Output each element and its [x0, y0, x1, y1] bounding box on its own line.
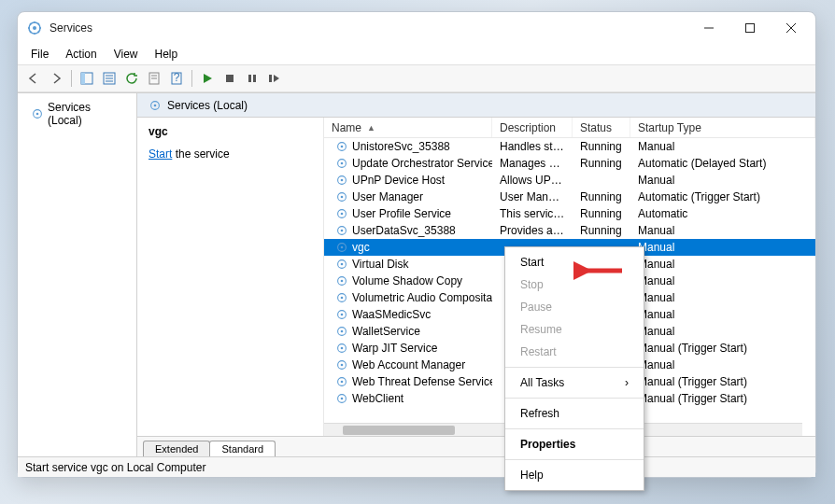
- ctx-sep: [505, 398, 644, 399]
- row-startup: Automatic: [630, 207, 815, 220]
- content: vgc Start the service Name▲ Description …: [137, 118, 815, 436]
- selected-service-name: vgc: [149, 125, 312, 138]
- row-name: Web Threat Defense Service: [352, 375, 492, 388]
- service-row[interactable]: UserDataSvc_35388Provides ap...RunningMa…: [324, 222, 815, 239]
- ctx-pause: Pause: [505, 296, 644, 318]
- row-name: WalletService: [352, 325, 420, 338]
- row-status: Running: [573, 207, 630, 220]
- row-name: Web Account Manager: [352, 358, 465, 371]
- annotation-arrow: [573, 261, 626, 280]
- titlebar[interactable]: Services: [18, 12, 815, 44]
- svg-point-22: [36, 113, 39, 116]
- svg-point-48: [341, 330, 344, 333]
- start-service-link[interactable]: Start: [149, 147, 172, 161]
- row-status: Running: [573, 190, 630, 203]
- row-status: Running: [573, 140, 630, 153]
- minimize-button[interactable]: [688, 15, 729, 41]
- col-name[interactable]: Name▲: [324, 118, 492, 137]
- context-menu: Start Stop Pause Resume Restart All Task…: [504, 246, 644, 491]
- right-header: Services (Local): [137, 93, 815, 118]
- forward-button[interactable]: [46, 68, 66, 89]
- export-button[interactable]: [99, 68, 120, 89]
- ctx-sep: [505, 367, 644, 368]
- gear-icon: [335, 140, 348, 153]
- start-service-button[interactable]: [197, 68, 218, 89]
- restart-service-button[interactable]: [264, 68, 285, 89]
- col-description[interactable]: Description: [492, 118, 573, 137]
- gear-icon: [335, 358, 348, 371]
- ctx-refresh[interactable]: Refresh: [505, 402, 644, 425]
- row-name: User Manager: [352, 190, 423, 203]
- ctx-restart: Restart: [505, 341, 644, 363]
- row-startup: Automatic (Trigger Start): [630, 190, 815, 203]
- scroll-thumb[interactable]: [343, 426, 455, 435]
- service-row[interactable]: UPnP Device HostAllows UPn...Manual: [324, 172, 815, 189]
- row-name: Update Orchestrator Service: [352, 157, 492, 170]
- svg-point-36: [341, 230, 344, 232]
- row-startup: Manual: [630, 224, 815, 237]
- close-button[interactable]: [771, 15, 812, 41]
- back-button[interactable]: [23, 68, 44, 89]
- svg-rect-3: [746, 24, 755, 33]
- gear-icon: [335, 291, 348, 304]
- pause-service-button[interactable]: [242, 68, 262, 89]
- ctx-properties[interactable]: Properties: [505, 433, 644, 455]
- detail-pane: vgc Start the service: [137, 118, 324, 436]
- row-startup: Manual: [630, 291, 815, 304]
- gear-icon: [335, 308, 348, 321]
- row-startup: Manual: [630, 258, 815, 271]
- service-row[interactable]: User ManagerUser Manag...RunningAutomati…: [324, 189, 815, 205]
- gear-icon: [335, 392, 348, 405]
- right-panel: Services (Local) vgc Start the service N…: [137, 93, 815, 456]
- row-startup: Automatic (Delayed Start): [630, 157, 815, 170]
- sort-asc-icon: ▲: [367, 123, 375, 133]
- row-name: Virtual Disk: [352, 258, 408, 271]
- svg-point-54: [341, 381, 344, 384]
- row-status: Running: [573, 157, 630, 170]
- toolbar-sep: [191, 70, 192, 87]
- row-name: WaaSMedicSvc: [352, 308, 431, 321]
- row-name: vgc: [352, 241, 370, 254]
- stop-service-button[interactable]: [219, 68, 240, 89]
- service-row[interactable]: Update Orchestrator ServiceManages Wi...…: [324, 155, 815, 172]
- tab-standard[interactable]: Standard: [209, 441, 276, 456]
- svg-point-50: [341, 347, 344, 350]
- gear-icon: [335, 224, 348, 237]
- menu-file[interactable]: File: [23, 46, 56, 63]
- tab-extended[interactable]: Extended: [143, 441, 210, 456]
- tree-panel[interactable]: Services (Local): [18, 93, 137, 456]
- gear-icon: [335, 174, 348, 187]
- row-name: UnistoreSvc_35388: [352, 140, 450, 153]
- help-button[interactable]: ?: [166, 68, 187, 89]
- body: Services (Local) Services (Local) vgc St…: [18, 92, 815, 456]
- tree-root-label: Services (Local): [48, 101, 127, 127]
- service-action-line: Start the service: [149, 147, 312, 161]
- ctx-help[interactable]: Help: [505, 464, 644, 486]
- row-startup: Manual: [630, 140, 815, 153]
- show-hide-tree-button[interactable]: [77, 68, 97, 89]
- col-status[interactable]: Status: [573, 118, 630, 137]
- toolbar: ?: [18, 64, 815, 92]
- gear-icon: [149, 99, 162, 112]
- maximize-button[interactable]: [729, 15, 771, 41]
- statusbar: Start service vgc on Local Computer: [18, 456, 815, 477]
- gear-icon: [335, 190, 348, 203]
- services-window: Services File Action View Help ? Service…: [17, 11, 816, 478]
- refresh-button[interactable]: [121, 68, 142, 89]
- menu-help[interactable]: Help: [148, 46, 186, 63]
- svg-point-32: [341, 196, 344, 199]
- properties-button[interactable]: [144, 68, 164, 89]
- service-row[interactable]: User Profile ServiceThis service ...Runn…: [324, 205, 815, 222]
- menu-action[interactable]: Action: [58, 46, 104, 63]
- gear-icon: [335, 375, 348, 388]
- service-row[interactable]: UnistoreSvc_35388Handles sto...RunningMa…: [324, 138, 815, 155]
- menu-view[interactable]: View: [106, 46, 146, 63]
- menubar: File Action View Help: [18, 44, 815, 64]
- row-startup: Manual: [630, 274, 815, 287]
- tree-root-services-local[interactable]: Services (Local): [23, 99, 131, 129]
- svg-point-24: [154, 104, 157, 106]
- svg-rect-17: [226, 75, 234, 82]
- ctx-all-tasks[interactable]: All Tasks›: [505, 371, 644, 394]
- col-startup-type[interactable]: Startup Type: [630, 118, 815, 137]
- svg-point-1: [33, 26, 36, 30]
